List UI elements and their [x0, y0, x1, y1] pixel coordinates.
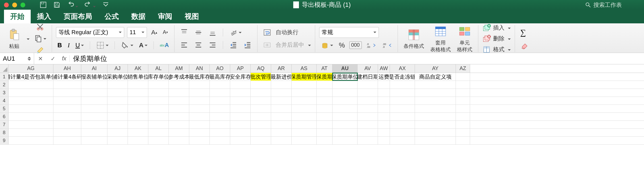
cell[interactable]: [81, 121, 107, 128]
cell[interactable]: [292, 97, 317, 105]
decrease-decimal-button[interactable]: .00.0: [381, 41, 394, 49]
column-header-AH[interactable]: AH: [53, 64, 81, 73]
search-box[interactable]: [585, 2, 639, 8]
cell[interactable]: [390, 137, 415, 144]
cell[interactable]: [317, 121, 333, 128]
cell[interactable]: [415, 137, 456, 144]
cell[interactable]: [107, 89, 128, 97]
row-header-2[interactable]: 2: [0, 81, 9, 89]
cell[interactable]: [9, 137, 53, 144]
column-header-AJ[interactable]: AJ: [107, 64, 128, 73]
cell[interactable]: 报表辅单位: [81, 73, 107, 81]
cell[interactable]: [9, 105, 53, 112]
align-bottom-button[interactable]: [207, 27, 218, 38]
cell[interactable]: [189, 105, 210, 112]
cell[interactable]: 最低库存: [189, 73, 210, 81]
cell[interactable]: [390, 105, 415, 112]
cell[interactable]: 建档日期: [358, 73, 378, 81]
cell[interactable]: [415, 81, 456, 89]
cell[interactable]: [189, 97, 210, 105]
cell[interactable]: [358, 97, 378, 105]
cell[interactable]: [333, 89, 358, 97]
cell[interactable]: [128, 81, 148, 89]
cell-styles-button[interactable]: 单元 格样式: [455, 24, 474, 54]
tab-home[interactable]: 开始: [4, 9, 31, 23]
orientation-button[interactable]: ab: [228, 27, 243, 38]
tab-data[interactable]: 数据: [125, 9, 152, 23]
cell[interactable]: [169, 105, 189, 112]
column-header-AT[interactable]: AT: [317, 64, 333, 73]
cell[interactable]: [81, 81, 107, 89]
increase-indent-button[interactable]: [242, 40, 253, 50]
cell[interactable]: 辅计量4是否包装单位: [9, 73, 53, 81]
cell[interactable]: [378, 129, 390, 136]
cell[interactable]: [210, 137, 230, 144]
cell[interactable]: [210, 105, 230, 112]
cell[interactable]: 安全库存: [230, 73, 251, 81]
align-top-button[interactable]: [178, 27, 190, 38]
undo-button[interactable]: [67, 1, 78, 9]
increase-font-button[interactable]: A▴: [150, 28, 159, 37]
merge-dropdown[interactable]: [307, 42, 311, 48]
cell[interactable]: [230, 89, 251, 97]
percent-button[interactable]: %: [337, 40, 346, 50]
cell[interactable]: [271, 81, 292, 89]
cell[interactable]: [81, 89, 107, 97]
cell[interactable]: [107, 129, 128, 136]
column-header-AN[interactable]: AN: [189, 64, 210, 73]
cell[interactable]: [333, 129, 358, 136]
enter-formula-button[interactable]: ✓: [47, 55, 59, 62]
cell[interactable]: [415, 129, 456, 136]
close-window-button[interactable]: [4, 3, 9, 7]
cell[interactable]: [107, 113, 128, 120]
cell[interactable]: [189, 137, 210, 144]
cell[interactable]: [251, 105, 271, 112]
cell[interactable]: [333, 113, 358, 120]
cell[interactable]: [148, 137, 169, 144]
cell[interactable]: [107, 97, 128, 105]
cell[interactable]: [53, 97, 81, 105]
row-header-7[interactable]: 7: [0, 121, 9, 128]
fx-icon[interactable]: fx: [59, 55, 70, 62]
cell[interactable]: [456, 97, 470, 105]
column-header-AY[interactable]: AY: [415, 64, 456, 73]
cell[interactable]: [333, 97, 358, 105]
cell[interactable]: [230, 129, 251, 136]
zoom-window-button[interactable]: [20, 3, 25, 7]
cell[interactable]: [317, 97, 333, 105]
column-header-AV[interactable]: AV: [358, 64, 378, 73]
cell[interactable]: [378, 121, 390, 128]
cell[interactable]: [317, 81, 333, 89]
cell[interactable]: [271, 105, 292, 112]
cell[interactable]: [251, 121, 271, 128]
cell[interactable]: [333, 81, 358, 89]
underline-button[interactable]: U: [74, 41, 85, 50]
cell[interactable]: [128, 129, 148, 136]
cell[interactable]: [9, 129, 53, 136]
cell[interactable]: [148, 97, 169, 105]
comma-button[interactable]: 000: [349, 41, 362, 49]
cell[interactable]: 保质期单位: [333, 73, 358, 81]
cell[interactable]: [390, 89, 415, 97]
borders-button[interactable]: [95, 40, 110, 50]
cell[interactable]: [230, 121, 251, 128]
cell[interactable]: [317, 113, 333, 120]
cell[interactable]: [148, 105, 169, 112]
cell[interactable]: [251, 129, 271, 136]
cell[interactable]: [9, 97, 53, 105]
cell[interactable]: [358, 137, 378, 144]
cell[interactable]: [189, 113, 210, 120]
cell[interactable]: [210, 121, 230, 128]
cell[interactable]: [333, 121, 358, 128]
cell[interactable]: [53, 105, 81, 112]
cell[interactable]: [358, 129, 378, 136]
italic-button[interactable]: I: [66, 41, 71, 50]
cell[interactable]: [169, 121, 189, 128]
phonetic-guide-button[interactable]: abcA: [158, 41, 170, 49]
cell[interactable]: [210, 89, 230, 97]
cell[interactable]: [230, 81, 251, 89]
decrease-indent-button[interactable]: [228, 40, 239, 50]
cell[interactable]: [358, 121, 378, 128]
cell[interactable]: [358, 89, 378, 97]
column-header-AI[interactable]: AI: [81, 64, 107, 73]
